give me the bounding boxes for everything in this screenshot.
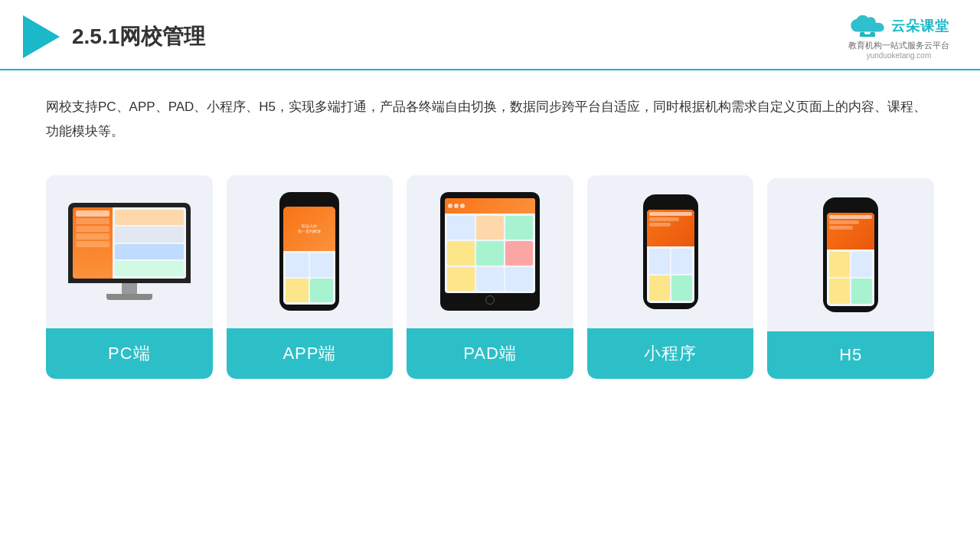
brand-url: yunduoketang.com: [867, 51, 932, 60]
card-app-image: 职达人的第一堂判断课: [227, 175, 394, 328]
card-pad-label: PAD端: [407, 328, 573, 379]
card-app: 职达人的第一堂判断课 APP端: [227, 175, 394, 379]
brand-name: 云朵课堂: [891, 17, 949, 35]
logo-triangle-icon: [23, 15, 60, 58]
description-text: 网校支持PC、APP、PAD、小程序、H5，实现多端打通，产品各终端自由切换，数…: [46, 95, 934, 145]
brand-tagline: 教育机构一站式服务云平台: [848, 40, 949, 51]
cloud-logo: 云朵课堂: [848, 14, 949, 38]
cloud-icon: [848, 14, 887, 38]
card-mini-image: [587, 175, 754, 328]
main-content: 网校支持PC、APP、PAD、小程序、H5，实现多端打通，产品各终端自由切换，数…: [0, 70, 980, 394]
h5-mockup: [823, 197, 878, 312]
header-right: 云朵课堂 教育机构一站式服务云平台 yunduoketang.com: [848, 14, 949, 60]
card-h5-image: [767, 178, 934, 331]
card-pad-image: [407, 175, 573, 328]
card-app-label: APP端: [227, 328, 394, 379]
cards-container: PC端 职达人的第一堂判断课: [46, 175, 934, 379]
app-mockup: 职达人的第一堂判断课: [279, 192, 339, 311]
pad-mockup: [440, 192, 540, 311]
pc-mockup: [68, 203, 191, 300]
page-title: 2.5.1网校管理: [72, 22, 205, 51]
card-h5: H5: [767, 178, 934, 379]
card-mini: 小程序: [587, 175, 754, 379]
header-left: 2.5.1网校管理: [23, 15, 205, 58]
card-pc-image: [46, 175, 213, 328]
mini-mockup: [643, 194, 698, 309]
card-pc: PC端: [46, 175, 213, 379]
card-pc-label: PC端: [46, 328, 213, 379]
card-mini-label: 小程序: [587, 328, 754, 379]
card-pad: PAD端: [407, 175, 573, 379]
card-h5-label: H5: [767, 331, 934, 379]
header: 2.5.1网校管理 云朵课堂 教育机构一站式服务云平台 yunduoketang…: [0, 0, 980, 70]
svg-rect-2: [860, 34, 875, 37]
